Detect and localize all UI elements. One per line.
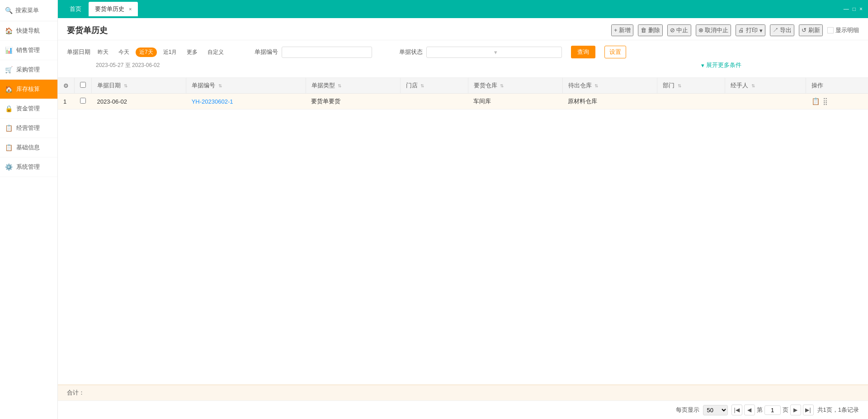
delete-row-icon[interactable]: ⣿ — [823, 97, 828, 105]
first-page-btn[interactable]: |◀ — [731, 405, 742, 415]
search-icon: 🔍 — [5, 6, 13, 14]
cell-action: 📋 ⣿ — [806, 94, 868, 110]
restore-btn[interactable]: □ — [853, 6, 856, 12]
query-button[interactable]: 查询 — [571, 46, 595, 58]
cell-checkbox[interactable] — [75, 94, 92, 110]
settings-button[interactable]: 设置 — [604, 46, 626, 58]
date-btn-more[interactable]: 更多 — [183, 48, 201, 57]
pagination: 每页显示 10 20 50 100 |◀ ◀ 第 页 ▶ ▶| 共1页，1条记录 — [58, 400, 868, 419]
status-filter: 单据状态 ▾ — [399, 47, 562, 58]
tab-current[interactable]: 要货单历史 × — [89, 2, 138, 16]
cell-order-no: YH-20230602-1 — [186, 94, 306, 110]
th-store: 门店 ⇅ — [400, 78, 468, 94]
sidebar-item-sales[interactable]: 📊 销售管理 — [0, 41, 57, 60]
date-btn-yesterday[interactable]: 昨天 — [94, 48, 112, 57]
sidebar-item-label: 资金管理 — [16, 105, 40, 113]
minimize-btn[interactable]: — — [844, 6, 849, 12]
sort-order-no-icon[interactable]: ⇅ — [218, 83, 222, 88]
cell-date: 2023-06-02 — [92, 94, 186, 110]
window-controls: — □ × — [844, 6, 863, 12]
th-settings[interactable]: ⚙ — [58, 78, 75, 94]
last-page-btn[interactable]: ▶| — [803, 405, 814, 415]
settings-btn-label: 设置 — [609, 48, 621, 56]
sidebar-item-basic-info[interactable]: 📋 基础信息 — [0, 138, 57, 157]
tab-home[interactable]: 首页 — [63, 2, 88, 16]
filter-row-date-range: 2023-05-27 至 2023-06-02 ▾ 展开更多条件 — [67, 61, 859, 69]
page-input[interactable] — [764, 405, 781, 415]
display-detail-checkbox[interactable] — [827, 27, 834, 33]
order-number-input[interactable] — [282, 47, 372, 58]
per-page-select[interactable]: 10 20 50 100 — [703, 405, 728, 415]
print-dropdown-icon[interactable]: ▾ — [760, 27, 763, 34]
date-btn-custom[interactable]: 自定义 — [204, 48, 227, 57]
refresh-button[interactable]: ↺ 刷新 — [799, 24, 823, 36]
delete-button[interactable]: 🗑 删除 — [638, 24, 663, 36]
new-button[interactable]: + 新增 — [611, 24, 633, 36]
status-select[interactable]: ▾ — [426, 47, 562, 58]
stop-btn-label: ⊘ 中止 — [670, 26, 689, 34]
sort-req-warehouse-icon[interactable]: ⇅ — [500, 83, 504, 88]
sidebar-item-purchase[interactable]: 🛒 采购管理 — [0, 60, 57, 80]
sort-date-icon[interactable]: ⇅ — [124, 83, 127, 88]
data-table: ⚙ 单据日期 ⇅ 单据编号 ⇅ 单据类型 ⇅ — [58, 78, 868, 110]
stop-button[interactable]: ⊘ 中止 — [667, 24, 691, 36]
next-page-btn[interactable]: ▶ — [790, 405, 801, 415]
display-detail-toggle[interactable]: 显示明细 — [827, 26, 859, 34]
row-checkbox[interactable] — [80, 98, 86, 104]
main-area: 首页 要货单历史 × — □ × 要货单历史 + 新增 🗑 删除 ⊘ 中 — [58, 0, 868, 419]
th-action: 操作 — [806, 78, 868, 94]
th-pending-warehouse: 待出仓库 ⇅ — [562, 78, 657, 94]
export-button[interactable]: ↗ 导出 — [770, 24, 795, 36]
operations-icon: 📋 — [5, 124, 13, 132]
date-filter-label: 单据日期 — [67, 48, 90, 56]
date-btn-7days[interactable]: 近7天 — [136, 48, 157, 57]
date-btn-1month[interactable]: 近1月 — [160, 48, 181, 57]
cell-handler — [725, 94, 806, 110]
edit-icon[interactable]: 📋 — [811, 97, 820, 105]
sidebar-item-label: 库存核算 — [16, 85, 40, 93]
sidebar-item-inventory[interactable]: 🏠 库存核算 — [0, 80, 57, 99]
sort-store-icon[interactable]: ⇅ — [420, 83, 424, 88]
expand-label: 展开更多条件 — [706, 61, 741, 69]
sort-pending-warehouse-icon[interactable]: ⇅ — [594, 83, 598, 88]
order-number-label: 单据编号 — [255, 48, 278, 56]
new-btn-label: + 新增 — [614, 26, 631, 34]
order-no-link[interactable]: YH-20230602-1 — [192, 98, 233, 105]
sort-handler-icon[interactable]: ⇅ — [751, 83, 755, 88]
inventory-icon: 🏠 — [5, 85, 13, 93]
prev-page-btn[interactable]: ◀ — [744, 405, 755, 415]
cell-order-type: 要货单要货 — [306, 94, 400, 110]
sort-department-icon[interactable]: ⇅ — [678, 83, 681, 88]
select-all-checkbox[interactable] — [80, 82, 86, 88]
sidebar: 🔍 搜索菜单 🏠 快捷导航 📊 销售管理 🛒 采购管理 🏠 库存核算 🔒 资金管… — [0, 0, 58, 419]
table-body: 1 2023-06-02 YH-20230602-1 要货单要货 车间库 原材料… — [58, 94, 868, 110]
th-order-no-label: 单据编号 — [192, 82, 215, 89]
close-btn[interactable]: × — [859, 6, 863, 12]
cell-index: 1 — [58, 94, 75, 110]
delete-btn-label: 🗑 删除 — [641, 26, 660, 34]
table-row: 1 2023-06-02 YH-20230602-1 要货单要货 车间库 原材料… — [58, 94, 868, 110]
date-btn-today[interactable]: 今天 — [115, 48, 133, 57]
order-number-filter: 单据编号 — [255, 47, 372, 58]
date-range-text: 2023-05-27 至 2023-06-02 — [96, 62, 160, 69]
tab-close-icon[interactable]: × — [129, 6, 132, 12]
basic-info-icon: 📋 — [5, 143, 13, 152]
sidebar-item-quick-nav[interactable]: 🏠 快捷导航 — [0, 21, 57, 41]
tab-home-label: 首页 — [70, 5, 81, 13]
page-header: 要货单历史 + 新增 🗑 删除 ⊘ 中止 ⊗ 取消中止 🖨 打印 ▾ — [58, 18, 868, 40]
sort-order-type-icon[interactable]: ⇅ — [338, 83, 341, 88]
top-bar: 首页 要货单历史 × — □ × — [58, 0, 868, 18]
th-handler: 经手人 ⇅ — [725, 78, 806, 94]
page-content: 要货单历史 + 新增 🗑 删除 ⊘ 中止 ⊗ 取消中止 🖨 打印 ▾ — [58, 18, 868, 419]
sidebar-item-system[interactable]: ⚙️ 系统管理 — [0, 157, 57, 177]
sidebar-item-finance[interactable]: 🔒 资金管理 — [0, 99, 57, 119]
th-department-label: 部门 — [663, 82, 675, 89]
th-order-no: 单据编号 ⇅ — [186, 78, 306, 94]
cancel-stop-button[interactable]: ⊗ 取消中止 — [696, 24, 731, 36]
sidebar-item-operations[interactable]: 📋 经营管理 — [0, 119, 57, 138]
search-menu[interactable]: 🔍 搜索菜单 — [0, 0, 57, 21]
print-button[interactable]: 🖨 打印 ▾ — [736, 24, 765, 36]
date-filter: 单据日期 昨天 今天 近7天 近1月 更多 自定义 — [67, 48, 227, 57]
th-checkbox[interactable] — [75, 78, 92, 94]
expand-filter-btn[interactable]: ▾ 展开更多条件 — [701, 61, 741, 69]
